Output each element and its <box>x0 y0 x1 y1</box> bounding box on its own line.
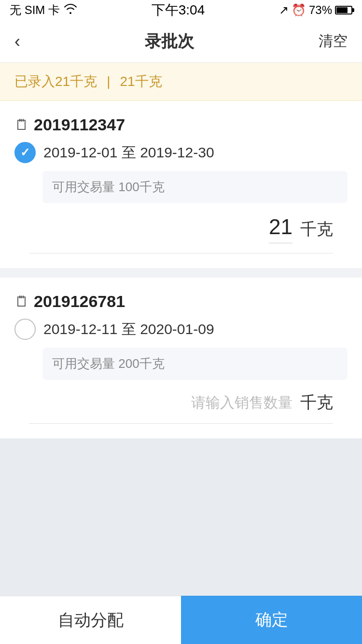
card1-date-range: 2019-12-01 至 2019-12-30 <box>43 143 214 163</box>
banner-divider: | <box>107 74 110 89</box>
card1-id: 2019112347 <box>34 115 125 134</box>
batch-card-2: 🗒 2019126781 2019-12-11 至 2020-01-09 可用交… <box>0 278 362 438</box>
back-button[interactable]: ‹ <box>14 31 20 52</box>
status-left: 无 SIM 卡 <box>10 2 77 18</box>
recorded-label: 已录入21千克 <box>14 72 97 91</box>
wifi-icon <box>64 3 77 17</box>
battery-icon <box>335 6 352 14</box>
clear-button[interactable]: 清空 <box>319 31 348 51</box>
card2-availability: 可用交易量 200千克 <box>42 348 348 380</box>
card2-id: 2019126781 <box>34 292 125 311</box>
card2-radio[interactable] <box>14 319 36 340</box>
bottom-bar: 自动分配 确定 <box>0 596 362 644</box>
sim-text: 无 SIM 卡 <box>10 2 60 18</box>
nav-bar: ‹ 录批次 清空 <box>0 20 362 63</box>
status-bar: 无 SIM 卡 下午3:04 ↗ ⏰ 73% <box>0 0 362 20</box>
card1-icon: 🗒 <box>14 117 29 133</box>
page-title: 录批次 <box>145 30 194 53</box>
card1-availability: 可用交易量 100千克 <box>42 171 348 203</box>
location-icon: ↗ <box>279 3 289 17</box>
battery-percent: 73% <box>309 3 332 17</box>
card2-input-unit: 千克 <box>300 392 333 414</box>
card1-input-unit: 千克 <box>300 218 333 240</box>
card2-input-placeholder: 请输入销售数量 <box>191 393 292 413</box>
status-right: ↗ ⏰ 73% <box>279 3 352 17</box>
card1-input-value[interactable]: 21 <box>269 215 292 243</box>
auto-distribute-button[interactable]: 自动分配 <box>0 596 181 644</box>
alarm-icon: ⏰ <box>292 3 306 17</box>
total-label: 21千克 <box>120 72 162 91</box>
status-time: 下午3:04 <box>152 1 205 19</box>
batch-card-1: 🗒 2019112347 2019-12-01 至 2019-12-30 可用交… <box>0 101 362 268</box>
card2-date-range: 2019-12-11 至 2020-01-09 <box>43 320 214 339</box>
confirm-button[interactable]: 确定 <box>181 596 362 644</box>
card2-icon: 🗒 <box>14 294 29 310</box>
card1-radio[interactable] <box>14 142 36 163</box>
info-banner: 已录入21千克 | 21千克 <box>0 63 362 101</box>
